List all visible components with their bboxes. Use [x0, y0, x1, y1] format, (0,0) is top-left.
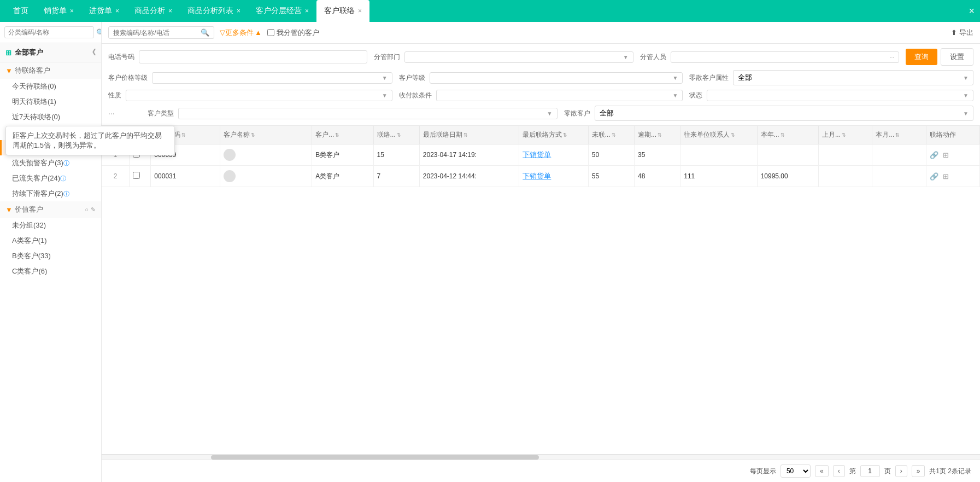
nature-arrow-icon: ▼	[382, 92, 388, 98]
cust-level-select[interactable]: ▼	[430, 72, 683, 84]
value-group-edit-icon[interactable]: ✎	[91, 206, 96, 213]
nav-close-icon[interactable]: ×	[358, 7, 362, 15]
special-group-item[interactable]: 已流失客户(24) ⓘ	[0, 171, 101, 186]
nav-item-客户联络[interactable]: 客户联络 ×	[316, 0, 369, 22]
main-search-input[interactable]	[113, 29, 201, 37]
nav-item-商品分析列表[interactable]: 商品分析列表 ×	[180, 0, 248, 22]
person-select[interactable]: ···	[671, 51, 899, 63]
chevron-up-icon: ▲	[255, 28, 262, 37]
share-icon[interactable]: ⊞	[943, 151, 949, 159]
value-group-circle-icon[interactable]: ○	[85, 206, 89, 213]
col-header-lastMethod[interactable]: 最后联络方式⇅	[519, 126, 588, 144]
last-page-button[interactable]: »	[912, 465, 925, 477]
collapse-icon[interactable]: 《	[89, 48, 96, 57]
link-icon[interactable]: 🔗	[930, 151, 938, 159]
query-button[interactable]: 查询	[906, 49, 937, 65]
col-header-thisYear[interactable]: 本年...⇅	[757, 126, 818, 144]
cell-thisYear	[757, 144, 818, 166]
sidebar: 🔍 ⊞ 全部客户 《 ▼ 待联络客户 今天待联络(0)明天待联络(1)近7天待联…	[0, 22, 102, 482]
col-header-name[interactable]: 客户名称⇅	[220, 126, 312, 144]
horizontal-scrollbar[interactable]	[102, 454, 980, 460]
share-icon[interactable]: ⊞	[943, 172, 949, 181]
value-item[interactable]: A类客户(1)	[0, 233, 101, 248]
row-checkbox[interactable]	[133, 172, 140, 179]
filter-row-3: 性质 ▼ 收付款条件 ▼ 状态	[108, 90, 973, 101]
status-label: 状态	[689, 91, 702, 100]
link-icon[interactable]: 🔗	[930, 172, 938, 181]
scroll-thumb	[211, 455, 539, 460]
nav-close-icon[interactable]: ×	[168, 7, 172, 15]
first-page-button[interactable]: «	[815, 465, 829, 477]
sidebar-search-input[interactable]	[4, 26, 94, 38]
all-customers-title[interactable]: ⊞ 全部客户 《	[0, 43, 101, 62]
payment-arrow-icon: ▼	[672, 92, 678, 98]
nav-close-icon[interactable]: ×	[237, 7, 240, 15]
cust-type-select[interactable]: ▼	[178, 108, 558, 119]
col-header-lastDate[interactable]: 最后联络日期⇅	[419, 126, 519, 144]
window-close-button[interactable]: ×	[969, 5, 975, 17]
value-item[interactable]: 未分组(32)	[0, 218, 101, 233]
pending-item[interactable]: 明天待联络(1)	[0, 94, 101, 109]
special-group-item[interactable]: 持续下滑客户(2) ⓘ	[0, 186, 101, 201]
table-header: ⚙客户编码⇅客户名称⇅客户...⇅联络...⇅最后联络日期⇅最后联络方式⇅未联.…	[102, 126, 980, 144]
special-group-item[interactable]: 流失预警客户(3) ⓘ	[0, 155, 101, 171]
info-icon[interactable]: ⓘ	[63, 190, 69, 198]
info-icon[interactable]: ⓘ	[60, 175, 66, 183]
payment-label: 收付款条件	[399, 91, 432, 100]
nature-select[interactable]: ▼	[126, 90, 392, 101]
col-header-contact[interactable]: 联络...⇅	[373, 126, 419, 144]
payment-select[interactable]: ▼	[436, 90, 683, 101]
status-select[interactable]: ▼	[707, 90, 973, 101]
nav-item-进货单[interactable]: 进货单 ×	[81, 0, 127, 22]
cust-type-arrow-icon: ▼	[547, 111, 553, 117]
per-page-select[interactable]: 50 100 200	[781, 464, 811, 478]
pending-contact-group[interactable]: ▼ 待联络客户	[0, 62, 101, 79]
settings-button[interactable]: 设置	[941, 48, 973, 66]
phone-input[interactable]	[139, 50, 367, 63]
filter-bar: 🔍 ▽ 更多条件 ▲ 我分管的客户 ⬆ 导出	[102, 22, 980, 44]
col-header-thisMonth[interactable]: 本月...⇅	[872, 126, 926, 144]
retail-cust-select[interactable]: 全部 ▼	[595, 106, 974, 121]
nav-item-首页[interactable]: 首页	[5, 0, 36, 22]
dept-select[interactable]: ▼	[404, 51, 633, 63]
prev-page-button[interactable]: ‹	[833, 465, 845, 477]
pending-item[interactable]: 今天待联络(0)	[0, 79, 101, 94]
nav-close-icon[interactable]: ×	[115, 7, 119, 15]
nav-close-icon[interactable]: ×	[305, 7, 309, 15]
next-page-button[interactable]: ›	[895, 465, 907, 477]
col-header-contacts[interactable]: 往来单位联系人⇅	[680, 126, 757, 144]
nav-item-商品分析[interactable]: 商品分析 ×	[127, 0, 180, 22]
col-header-lastMonth[interactable]: 上月...⇅	[818, 126, 872, 144]
nav-item-销货单[interactable]: 销货单 ×	[36, 0, 81, 22]
sidebar-search-icon[interactable]: 🔍	[96, 28, 102, 37]
more-conditions-label: 更多条件	[225, 28, 254, 38]
nav-item-客户分层经营[interactable]: 客户分层经营 ×	[248, 0, 316, 22]
main-search-icon[interactable]: 🔍	[201, 28, 209, 37]
nav-close-icon[interactable]: ×	[70, 7, 74, 15]
cell-contact: 15	[373, 144, 419, 166]
triangle-icon: ▼	[5, 67, 13, 75]
cell-lastMonth	[818, 144, 872, 166]
col-header-type[interactable]: 客户...⇅	[312, 126, 373, 144]
filter-more-dots[interactable]: ···	[108, 109, 115, 118]
info-icon[interactable]: ⓘ	[63, 159, 69, 167]
export-label: 导出	[959, 28, 973, 38]
col-header-overdue[interactable]: 逾期...⇅	[634, 126, 680, 144]
my-customers-checkbox[interactable]	[267, 29, 274, 36]
value-group-actions: ○ ✎	[85, 206, 96, 213]
last-method-link[interactable]: 下销货单	[523, 150, 551, 159]
pending-item[interactable]: 近7天待联络(0)	[0, 109, 101, 125]
value-item[interactable]: B类客户(33)	[0, 248, 101, 264]
page-input[interactable]	[860, 465, 880, 477]
status-arrow-icon: ▼	[963, 92, 969, 98]
value-customer-group[interactable]: ▼ 价值客户 ○ ✎	[0, 201, 101, 218]
value-item[interactable]: C类客户(6)	[0, 264, 101, 279]
last-method-link[interactable]: 下销货单	[523, 172, 551, 180]
price-level-select[interactable]: ▼	[152, 72, 392, 84]
export-button[interactable]: ⬆ 导出	[951, 28, 973, 38]
customers-table: ⚙客户编码⇅客户名称⇅客户...⇅联络...⇅最后联络日期⇅最后联络方式⇅未联.…	[102, 126, 980, 187]
col-header-unpaid[interactable]: 未联...⇅	[588, 126, 634, 144]
more-conditions-button[interactable]: ▽ 更多条件 ▲	[220, 28, 262, 38]
retail-attr-value: 全部	[738, 73, 752, 83]
retail-attr-select[interactable]: 全部 ▼	[733, 70, 973, 85]
